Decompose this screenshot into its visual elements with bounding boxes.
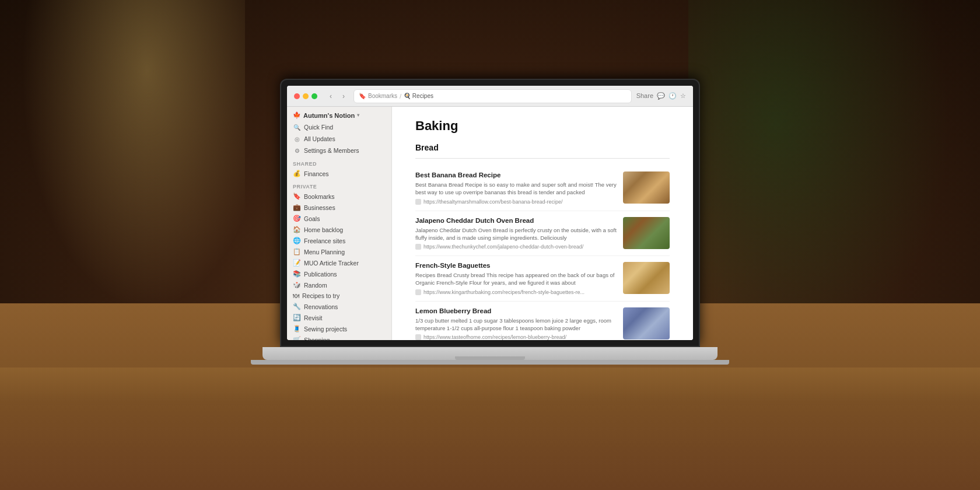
sidebar-item-home-backlog[interactable]: 🏠 Home backlog <box>287 224 391 235</box>
finances-icon: 💰 <box>293 170 301 177</box>
recipe-link[interactable]: https://www.tasteofhome.com/recipes/lemo… <box>415 334 617 340</box>
favicon-icon <box>415 289 421 295</box>
minimize-button[interactable] <box>303 93 309 99</box>
address-bar[interactable]: 🔖 Bookmarks / 🍳 Recipes <box>354 89 632 103</box>
sidebar-label-quick-find: Quick Find <box>304 124 333 131</box>
item-label: Random <box>304 282 327 289</box>
sidebar-item-shopping[interactable]: 🛒 Shopping <box>287 334 391 340</box>
sidebar-item-bookmarks[interactable]: 🔖 Bookmarks <box>287 191 391 202</box>
breadcrumb-separator: / <box>400 93 401 100</box>
recipe-url: https://www.tasteofhome.com/recipes/lemo… <box>424 334 566 340</box>
sidebar-item-finances[interactable]: 💰 Finances <box>287 168 391 179</box>
recipe-title: Jalapeno Cheddar Dutch Oven Bread <box>415 217 617 224</box>
recipe-image <box>623 217 670 249</box>
item-emoji: 📝 <box>293 259 301 267</box>
bookmark-icon: 🔖 <box>359 93 366 99</box>
recipe-title: French-Style Baguettes <box>415 262 617 269</box>
recipe-image <box>623 262 670 294</box>
recipe-title: Best Banana Bread Recipe <box>415 172 617 178</box>
recipe-image <box>623 307 670 340</box>
private-items-list: 🔖 Bookmarks 💼 Businesses 🎯 Goals 🏠 Home … <box>287 191 391 340</box>
recipe-info: Best Banana Bread Recipe Best Banana Bre… <box>415 172 617 205</box>
item-label: Revisit <box>304 314 323 321</box>
recipe-description: Recipes Bread Crusty bread This recipe h… <box>415 271 617 287</box>
breadcrumb-recipes: 🍳 Recipes <box>404 93 433 99</box>
recipe-card[interactable]: Jalapeno Cheddar Dutch Oven Bread Jalape… <box>415 211 670 257</box>
recipe-title: Lemon Blueberry Bread <box>415 307 617 314</box>
recipe-card[interactable]: Best Banana Bread Recipe Best Banana Bre… <box>415 166 670 211</box>
favicon-icon <box>415 244 421 250</box>
item-label: Shopping <box>304 337 330 341</box>
sidebar-item-goals[interactable]: 🎯 Goals <box>287 213 391 224</box>
workspace-name: Autumn's Notion <box>303 112 355 119</box>
workspace-icon: 🍁 <box>293 111 301 119</box>
item-emoji: 🧵 <box>293 325 301 332</box>
recipe-info: Jalapeno Cheddar Dutch Oven Bread Jalape… <box>415 217 617 250</box>
sidebar-item-freelance-sites[interactable]: 🌐 Freelance sites <box>287 235 391 246</box>
recipe-link[interactable]: https://thesaltymarshmallow.com/best-ban… <box>415 199 617 205</box>
sidebar-item-menu-planning[interactable]: 📋 Menu Planning <box>287 246 391 257</box>
star-icon[interactable]: ☆ <box>680 92 686 100</box>
share-button[interactable]: Share <box>636 92 653 100</box>
recipe-link[interactable]: https://www.kingarthurbaking.com/recipes… <box>415 289 617 295</box>
laptop-screen: ‹ › 🔖 Bookmarks / 🍳 Recipes Share 💬 🕐 ☆ <box>287 86 693 340</box>
close-button[interactable] <box>294 93 300 99</box>
item-emoji: 📋 <box>293 248 301 256</box>
sidebar-item-quick-find[interactable]: 🔍 Quick Find <box>287 121 391 133</box>
sidebar-item-sewing-projects[interactable]: 🧵 Sewing projects <box>287 323 391 334</box>
sidebar-item-revisit[interactable]: 🔄 Revisit <box>287 312 391 323</box>
recipe-card[interactable]: French-Style Baguettes Recipes Bread Cru… <box>415 256 670 302</box>
recipe-description: Best Banana Bread Recipe is so easy to m… <box>415 181 617 197</box>
item-label: Home backlog <box>304 226 343 233</box>
recipe-url: https://thesaltymarshmallow.com/best-ban… <box>424 199 563 205</box>
recipe-description: Jalapeno Cheddar Dutch Oven Bread is per… <box>415 226 617 242</box>
section-heading: Bread <box>415 143 670 152</box>
updates-icon: ◎ <box>293 135 301 143</box>
recipe-image <box>623 172 670 204</box>
recipe-url: https://www.thechunkychef.com/jalapeno-c… <box>424 244 583 250</box>
recipe-card[interactable]: Lemon Blueberry Bread 1/3 cup butter mel… <box>415 302 670 340</box>
app-layout: 🍁 Autumn's Notion ▾ 🔍 Quick Find ◎ All U… <box>287 107 693 340</box>
sidebar-item-settings[interactable]: ⚙ Settings & Members <box>287 145 391 156</box>
item-emoji: 📚 <box>293 270 301 278</box>
favicon-icon <box>415 199 421 205</box>
item-emoji: 🎲 <box>293 281 301 289</box>
item-label: Businesses <box>304 204 335 211</box>
recipe-info: French-Style Baguettes Recipes Bread Cru… <box>415 262 617 295</box>
browser-actions: Share 💬 🕐 ☆ <box>636 92 686 100</box>
sidebar-item-recipes-to-try[interactable]: 🍽 Recipes to try <box>287 290 391 301</box>
back-button[interactable]: ‹ <box>326 91 336 102</box>
sidebar-workspace[interactable]: 🍁 Autumn's Notion ▾ <box>287 107 391 121</box>
item-emoji: 🎯 <box>293 215 301 222</box>
recipe-description: 1/3 cup butter melted 1 cup sugar 3 tabl… <box>415 317 617 332</box>
item-label: Freelance sites <box>304 237 345 244</box>
item-emoji: 💼 <box>293 204 301 211</box>
item-label: Goals <box>304 215 320 222</box>
sidebar-item-muo-article-tracker[interactable]: 📝 MUO Article Tracker <box>287 257 391 268</box>
fullscreen-button[interactable] <box>312 93 317 99</box>
page-title: Baking <box>415 118 670 134</box>
recipe-link[interactable]: https://www.thechunkychef.com/jalapeno-c… <box>415 244 617 250</box>
sidebar-item-random[interactable]: 🎲 Random <box>287 279 391 290</box>
sidebar-item-all-updates[interactable]: ◎ All Updates <box>287 133 391 145</box>
recipe-info: Lemon Blueberry Bread 1/3 cup butter mel… <box>415 307 617 340</box>
recipe-url: https://www.kingarthurbaking.com/recipes… <box>424 289 584 295</box>
favicon-icon <box>415 334 421 340</box>
forward-button[interactable]: › <box>338 91 349 102</box>
history-icon[interactable]: 🕐 <box>668 92 677 100</box>
sidebar-item-publications[interactable]: 📚 Publications <box>287 268 391 279</box>
item-label: Bookmarks <box>304 193 335 200</box>
item-label: Publications <box>304 271 337 278</box>
laptop-base <box>262 347 718 360</box>
sidebar-item-renovations[interactable]: 🔧 Renovations <box>287 301 391 312</box>
item-label: Recipes to try <box>302 292 340 299</box>
gear-icon: ⚙ <box>293 146 301 155</box>
sidebar-item-businesses[interactable]: 💼 Businesses <box>287 202 391 213</box>
section-bread: Bread Best Banana Bread Recipe Best Bana… <box>415 143 670 340</box>
item-emoji: 🍽 <box>293 292 299 299</box>
main-content: Baking Bread Best Banana Bread Recipe Be… <box>392 107 693 340</box>
browser-chrome: ‹ › 🔖 Bookmarks / 🍳 Recipes Share 💬 🕐 ☆ <box>287 86 693 107</box>
comment-icon[interactable]: 💬 <box>657 92 665 100</box>
breadcrumb-bookmarks: Bookmarks <box>368 93 397 99</box>
sidebar-label-finances: Finances <box>304 170 329 177</box>
